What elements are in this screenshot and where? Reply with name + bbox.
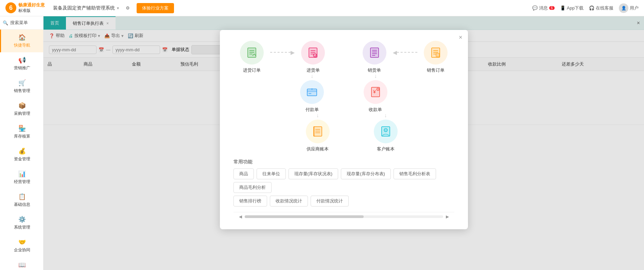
down-arrow-payment: ↓ [316,113,319,118]
btn-sales-ranking[interactable]: 销售排行榜 [233,196,267,206]
logo-area: 6 畅康通好生意 标准版 [5,2,49,13]
sidebar-item-enterprise[interactable]: 🤝 企业协同 [0,234,43,257]
purchase-order-icon [240,41,264,65]
svg-rect-22 [309,93,311,94]
home-icon: 🏠 [18,34,26,41]
purchase-icon: 📦 [18,102,26,109]
flow-node-receipt: ¥ 收款单 [356,80,395,113]
guide-icon: 📖 [18,261,26,269]
btn-product-margin[interactable]: 商品毛利分析 [233,182,272,193]
sidebar-item-system[interactable]: ⚙️ 系统管理 [0,212,43,234]
flow-node-purchase-order: 进货订单 [233,41,270,73]
svg-rect-27 [314,127,322,136]
sidebar-item-inventory[interactable]: 🏪 库存核算 [0,121,43,143]
flow-node-supplier-ledger: 供应商账本 [297,120,338,152]
svg-rect-31 [313,126,315,137]
top-bar: 6 畅康通好生意 标准版 装备及固定资产辅助管理系统 ▾ ⚙ 体验行业方案 💬 … [0,0,644,16]
flow-node-sales-bill: 销货单 [356,41,393,73]
sales-icon: 🛒 [18,79,26,87]
receipt-icon: ¥ [364,80,387,104]
btn-stock-dist[interactable]: 现存量(库存分布表) [341,168,391,179]
settings-icon[interactable]: ⚙ [123,3,133,13]
modal-close-button[interactable]: × [459,34,463,41]
sales-order-icon [424,41,448,65]
sidebar-item-quick-nav[interactable]: 🏠 快捷导航 [0,30,43,52]
main-area: 🔍 搜索菜单 🏠 快捷导航 📢 营销推广 🛒 销售管理 📦 [0,16,644,270]
top-bar-right: 💬 消息 6 📱 App下载 🎧 在线客服 👤 用户 [532,3,639,13]
operations-icon: 📊 [18,170,26,178]
customer-ledger-icon [374,120,398,143]
btn-counterparty[interactable]: 往来单位 [257,168,286,179]
system-name: 装备及固定资产辅助管理系统 ▾ [53,5,119,11]
logo-text: 畅康通好生意 标准版 [18,2,45,13]
content-area: 首页 销售订单执行表 × × ❓ 帮助 🖨 按模板打印 ▾ [43,16,644,270]
inventory-icon: 🏪 [18,125,26,132]
sidebar-item-guide[interactable]: 📖 新手引导 [0,257,43,270]
scroll-right-arrow[interactable]: ▶ [446,214,449,219]
flow-down-arrows-row-2: ↓ ↓ [233,113,454,118]
payment-icon: ¥ [300,80,324,104]
svg-text:¥: ¥ [311,88,313,90]
message-icon: 💬 [532,5,538,11]
btn-sales-margin[interactable]: 销售毛利分析表 [394,168,436,179]
sidebar: 🔍 搜索菜单 🏠 快捷导航 📢 营销推广 🛒 销售管理 📦 [0,16,43,270]
marketing-icon: 📢 [18,56,26,64]
flow-row-3: 供应商账本 [233,120,454,152]
sales-bill-icon [363,41,386,65]
sidebar-item-finance[interactable]: 💰 资金管理 [0,143,43,166]
enterprise-icon: 🤝 [18,238,26,246]
common-functions-section: 常用功能 商品 往来单位 现存量(库存状况表) 现存量(库存分布表) 销售毛利分… [233,159,454,206]
sidebar-item-operations[interactable]: 📊 经营管理 [0,166,43,189]
message-button[interactable]: 💬 消息 6 [532,5,555,11]
modal-overlay[interactable]: × [43,16,644,270]
svg-rect-0 [248,48,256,57]
scroll-thumb [245,215,364,218]
flow-node-purchase-bill: ✓ 进货单 [295,41,331,73]
sidebar-menu: 🏠 快捷导航 📢 营销推广 🛒 销售管理 📦 采购管理 🏪 库存核 [0,30,43,270]
down-arrow-purchase-bill: ↓ [311,73,313,79]
avatar: 👤 [619,3,628,13]
flow-row-2: ¥ 付款单 ¥ [233,80,454,113]
search-menu-button[interactable]: 🔍 搜索菜单 [0,16,43,30]
logo-icon: 6 [5,2,16,13]
system-icon: ⚙️ [18,216,26,223]
download-icon: 📱 [560,5,565,11]
experience-button[interactable]: 体验行业方案 [137,3,174,13]
flow-row-1: 进货订单 ▶ [233,41,454,73]
flow-node-customer-ledger: 客户账本 [365,120,406,152]
sidebar-item-purchase[interactable]: 📦 采购管理 [0,98,43,121]
scroll-track[interactable] [245,215,443,218]
svg-rect-10 [370,48,379,57]
scroll-indicator: ◀ ▶ [233,212,454,221]
common-buttons-row-2: 销售排行榜 收款情况统计 付款情况统计 [233,196,454,206]
svg-text:¥: ¥ [373,89,376,94]
sidebar-item-marketing[interactable]: 📢 营销推广 [0,52,43,75]
btn-product[interactable]: 商品 [233,168,254,179]
basic-info-icon: 📋 [18,193,26,200]
svg-point-33 [384,128,387,132]
purchase-bill-icon: ✓ [301,41,325,65]
service-icon: 🎧 [589,5,594,11]
sidebar-item-sales[interactable]: 🛒 销售管理 [0,75,43,98]
scroll-left-arrow[interactable]: ◀ [239,214,242,219]
svg-text:✓: ✓ [314,54,317,57]
user-menu[interactable]: 👤 用户 [619,3,639,13]
app-download-button[interactable]: 📱 App下载 [560,5,584,11]
down-arrow-sales-bill: ↓ [374,73,377,79]
btn-stock-status[interactable]: 现存量(库存状况表) [289,168,338,179]
app-container: 6 畅康通好生意 标准版 装备及固定资产辅助管理系统 ▾ ⚙ 体验行业方案 💬 … [0,0,644,270]
search-icon: 🔍 [3,20,8,25]
flow-down-arrows-row: ↓ ↓ [233,73,454,79]
common-functions-title: 常用功能 [233,159,454,165]
common-buttons-row-1: 商品 往来单位 现存量(库存状况表) 现存量(库存分布表) 销售毛利分析表 商品… [233,168,454,193]
dropdown-arrow-icon[interactable]: ▾ [117,6,119,11]
modal: × [220,30,468,229]
svg-point-26 [377,88,379,91]
sidebar-item-basic-info[interactable]: 📋 基础信息 [0,189,43,212]
btn-payment-stats[interactable]: 付款情况统计 [311,196,349,206]
arrow-sales-order-to-bill: ▶ [393,49,417,65]
btn-receipt-stats[interactable]: 收款情况统计 [270,196,308,206]
online-service-button[interactable]: 🎧 在线客服 [589,5,613,11]
svg-rect-19 [436,53,439,57]
down-arrow-receipt: ↓ [384,113,387,118]
